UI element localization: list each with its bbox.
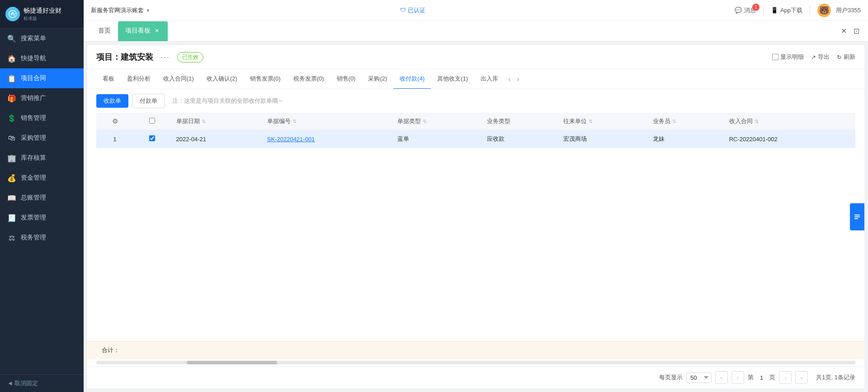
account-chevron-icon: ▼ [146,8,151,13]
th-partner[interactable]: 往来单位⇅ [558,113,647,130]
account-selector[interactable]: 新服务官网演示账套 ▼ [91,6,400,14]
subtab-purchase[interactable]: 采购(2) [362,69,393,89]
svg-rect-2 [854,216,860,217]
refresh-btn[interactable]: ↻ 刷新 [837,53,855,61]
sidebar-label-purchase: 采购管理 [21,134,46,142]
th-code[interactable]: 单据编号⇅ [262,113,392,130]
tab-project-board[interactable]: 项目看板 ✕ [118,21,168,41]
sidebar-item-sales[interactable]: 💲 销售管理 [0,108,84,128]
sidebar-item-inventory[interactable]: 🏢 库存核算 [0,148,84,168]
app-download-btn[interactable]: 📱 App下载 [771,6,802,14]
row-seq: 1 [96,130,133,148]
payment-tab-btn[interactable]: 付款单 [132,94,165,108]
last-page-btn[interactable]: » [795,371,808,384]
table-row[interactable]: 1 2022-04-21 SK-20220421-001 蓝单 应收款 宏茂商场… [96,130,855,148]
sidebar-item-quick[interactable]: 🏠 快捷导航 [0,48,84,68]
subtab-sales-invoice[interactable]: 销售发票(0) [244,69,287,89]
sidebar-label-capital: 资金管理 [21,174,46,182]
app-name: 畅捷通好业财 [24,6,61,14]
subtab-receipt-payment[interactable]: 收付款(4) [393,69,431,89]
svg-rect-1 [854,215,860,215]
sidebar-item-capital[interactable]: 💰 资金管理 [0,168,84,188]
subtab-other-income[interactable]: 其他收支(1) [431,69,474,89]
sidebar-nav: 🔍 搜索菜单 🏠 快捷导航 📋 项目合同 🎁 营销推广 💲 销售管理 🛍 采购管… [0,29,84,374]
subtab-inventory[interactable]: 出入库 [474,69,505,89]
row-code[interactable]: SK-20220421-001 [262,130,392,148]
maximize-window-btn[interactable]: ⊡ [852,27,861,36]
app-download-label: App下载 [780,6,802,14]
next-page-btn[interactable]: › [779,371,792,384]
sidebar-item-tax[interactable]: ⚖ 税务管理 [0,228,84,248]
tab-project-board-label: 项目看板 [125,27,151,35]
inner-toolbar: 收款单 付款单 注：这里是与项目关联的全部收付款单哦～ [87,89,864,113]
subtab-prev-btn[interactable]: ‹ [506,73,512,85]
select-all-checkbox[interactable] [149,118,155,124]
tab-home[interactable]: 首页 [91,21,118,41]
subtab-next-btn[interactable]: › [515,73,521,85]
first-page-btn[interactable]: « [715,371,728,384]
sidebar-item-search[interactable]: 🔍 搜索菜单 [0,29,84,48]
subtab-profit[interactable]: 盈利分析 [121,69,157,89]
row-select-checkbox[interactable] [149,135,155,141]
message-badge: 1 [752,4,760,11]
table-wrap: ⚙ 单据日期⇅ 单据编号⇅ 单据类型⇅ 业务类型 往来单位⇅ 业务员⇅ 收入合同… [87,113,864,341]
row-biz-type: 应收款 [481,130,558,148]
shield-icon: 🛡 [400,7,406,14]
sidebar-unpin-btn[interactable]: ◄ 取消固定 [0,374,84,392]
scrollbar-thumb[interactable] [187,361,277,364]
capital-icon: 💰 [7,173,16,182]
receipt-table: ⚙ 单据日期⇅ 单据编号⇅ 单据类型⇅ 业务类型 往来单位⇅ 业务员⇅ 收入合同… [96,113,855,148]
floating-action-btn[interactable] [850,203,864,230]
tabbar: 首页 项目看板 ✕ ✕ ⊡ [84,21,868,42]
page-size-select[interactable]: 50 100 200 [686,373,712,383]
project-header: 项目：建筑安装 ··· 已生效 显示明细 ↗ 导出 ↻ 刷新 [87,45,864,69]
th-salesperson[interactable]: 业务员⇅ [647,113,724,130]
th-type[interactable]: 单据类型⇅ [392,113,481,130]
certified-badge: 🛡 已认证 [400,6,425,14]
receipt-tab-btn[interactable]: 收款单 [96,94,128,108]
subtab-income-confirm[interactable]: 收入确认(2) [200,69,244,89]
user-avatar: 🐻 [817,4,831,17]
subtab-nav: ‹ › [506,73,521,85]
sidebar-label-quick: 快捷导航 [21,54,46,62]
message-btn[interactable]: 💬 消息 1 [735,6,756,14]
export-btn[interactable]: ↗ 导出 [811,53,830,61]
th-income-contract[interactable]: 收入合同⇅ [724,113,855,130]
row-date: 2022-04-21 [171,130,262,148]
sort-date-icon: ⇅ [202,119,206,124]
project-more-btn[interactable]: ··· [160,53,170,62]
page-suffix: 页 [769,373,775,382]
app-version: 标准版 [24,15,61,22]
scrollbar-track [96,361,855,364]
row-code-link[interactable]: SK-20220421-001 [267,136,315,143]
table-scrollbar[interactable] [87,359,864,366]
close-window-btn[interactable]: ✕ [839,27,848,36]
prev-page-btn[interactable]: ‹ [731,371,744,384]
tax-icon: ⚖ [7,233,16,242]
subtab-income-contract[interactable]: 收入合同(1) [157,69,200,89]
contract-icon: 📋 [7,74,16,83]
subtab-sales[interactable]: 销售(0) [330,69,362,89]
user-menu-btn[interactable]: 🐻 用户3355 [817,4,861,17]
sidebar-item-invoice[interactable]: 🧾 发票管理 [0,208,84,228]
subtab-kanban[interactable]: 看板 [96,69,121,89]
sidebar-item-marketing[interactable]: 🎁 营销推广 [0,88,84,108]
detail-checkbox[interactable] [772,54,778,60]
content-area: 项目：建筑安装 ··· 已生效 显示明细 ↗ 导出 ↻ 刷新 看板 [87,45,864,388]
settings-icon[interactable]: ⚙ [112,117,118,125]
user-label: 用户3355 [836,6,861,14]
show-detail-btn[interactable]: 显示明细 [772,53,804,61]
tab-close-icon[interactable]: ✕ [153,27,160,34]
sidebar-label-tax: 税务管理 [21,234,46,242]
sidebar-item-ledger[interactable]: 📖 总账管理 [0,188,84,208]
sidebar-item-contract[interactable]: 📋 项目合同 [0,68,84,88]
sidebar-label-search: 搜索菜单 [21,34,46,43]
subtab-tax-invoice[interactable]: 税务发票(0) [287,69,330,89]
invoice-icon: 🧾 [7,213,16,222]
sidebar-item-purchase[interactable]: 🛍 采购管理 [0,128,84,148]
export-label: 导出 [818,53,830,61]
th-date[interactable]: 单据日期⇅ [171,113,262,130]
th-setting[interactable]: ⚙ [96,113,133,130]
sidebar-label-ledger: 总账管理 [21,194,46,202]
row-income-contract: RC-20220401-002 [724,130,855,148]
